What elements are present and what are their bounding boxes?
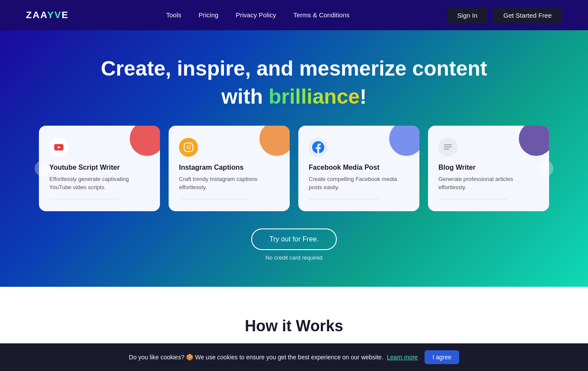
cookie-text: Do you like cookies? 🍪 We use cookies to…: [129, 354, 383, 361]
hero-highlight: brilliance: [268, 85, 360, 108]
carousel: ‹ Youtube Script Writer Effortlessly gen…: [35, 126, 553, 211]
nav-item-pricing[interactable]: Pricing: [198, 11, 218, 19]
get-started-button[interactable]: Get Started Free: [493, 7, 562, 23]
nav-link-tools[interactable]: Tools: [166, 11, 181, 19]
signin-button[interactable]: Sign In: [447, 7, 488, 23]
svg-point-2: [191, 144, 192, 145]
navbar: ZAAYVE Tools Pricing Privacy Policy Term…: [0, 0, 588, 30]
card-youtube-desc: Effortlessly generate captivating YouTub…: [49, 175, 150, 192]
card-divider: [49, 199, 119, 199]
logo: ZAAYVE: [26, 10, 69, 21]
nav-links: Tools Pricing Privacy Policy Terms & Con…: [166, 11, 349, 19]
svg-rect-4: [444, 146, 452, 148]
card-instagram-title: Instagram Captions: [179, 164, 279, 171]
card-divider: [309, 199, 379, 199]
svg-rect-1: [184, 143, 193, 152]
card-divider: [179, 199, 249, 199]
nav-actions: Sign In Get Started Free: [447, 7, 562, 23]
how-it-works-title: How it Works: [26, 317, 562, 335]
hero-suffix: !: [360, 85, 367, 108]
card-blob-facebook: [389, 126, 419, 156]
card-blob-youtube: [130, 126, 160, 156]
carousel-prev-button[interactable]: ‹: [35, 161, 50, 176]
carousel-track: Youtube Script Writer Effortlessly gener…: [43, 126, 545, 211]
facebook-icon-wrapper: [309, 138, 328, 157]
card-instagram-desc: Craft trendy Instagram captions effortle…: [179, 175, 279, 192]
hero-cta: Try out for Free. No credit card require…: [251, 228, 337, 261]
nav-item-privacy[interactable]: Privacy Policy: [236, 11, 276, 19]
card-facebook: Facebook Media Post Create compelling Fa…: [298, 126, 419, 211]
hero-section: Create, inspire, and mesmerize content w…: [0, 30, 588, 287]
card-blog-title: Blog Writer: [438, 164, 539, 171]
card-blob-blog: [519, 126, 549, 156]
try-free-button[interactable]: Try out for Free.: [251, 228, 337, 250]
hero-subtitle: with brilliance!: [221, 85, 367, 108]
svg-rect-3: [444, 144, 452, 146]
nav-link-terms[interactable]: Terms & Conditions: [294, 11, 350, 19]
nav-link-privacy[interactable]: Privacy Policy: [236, 11, 276, 19]
blog-icon: [443, 142, 453, 152]
carousel-next-button[interactable]: ›: [538, 161, 553, 176]
blog-icon-wrapper: [438, 138, 457, 157]
facebook-icon: [312, 141, 324, 153]
cookie-banner: Do you like cookies? 🍪 We use cookies to…: [0, 343, 588, 371]
hero-title: Create, inspire, and mesmerize content: [101, 56, 487, 81]
card-youtube-title: Youtube Script Writer: [49, 164, 150, 171]
youtube-icon: [53, 142, 64, 153]
hero-subtitle-prefix: with: [221, 85, 268, 108]
card-instagram: Instagram Captions Craft trendy Instagra…: [169, 126, 290, 211]
card-divider: [438, 199, 508, 199]
card-youtube: Youtube Script Writer Effortlessly gener…: [39, 126, 160, 211]
youtube-icon-wrapper: [49, 138, 68, 157]
instagram-icon: [183, 142, 194, 152]
card-facebook-desc: Create compelling Facebook media posts e…: [309, 175, 409, 192]
logo-accent: YV: [47, 10, 61, 20]
nav-item-terms[interactable]: Terms & Conditions: [294, 11, 350, 19]
card-blog: Blog Writer Generate professional articl…: [428, 126, 549, 211]
no-credit-text: No credit card required: [265, 254, 323, 261]
nav-item-tools[interactable]: Tools: [166, 11, 181, 19]
cookie-learn-more-link[interactable]: Learn more: [387, 354, 418, 361]
logo-text-end: E: [62, 10, 69, 20]
card-facebook-title: Facebook Media Post: [309, 164, 409, 171]
cookie-agree-button[interactable]: I agree: [425, 350, 459, 364]
svg-rect-5: [444, 149, 449, 150]
nav-link-pricing[interactable]: Pricing: [198, 11, 218, 19]
card-blog-desc: Generate professional articles effortles…: [438, 175, 539, 192]
svg-point-0: [187, 146, 190, 149]
logo-text: ZAA: [26, 10, 47, 20]
card-blob-instagram: [259, 126, 290, 156]
instagram-icon-wrapper: [179, 138, 198, 157]
